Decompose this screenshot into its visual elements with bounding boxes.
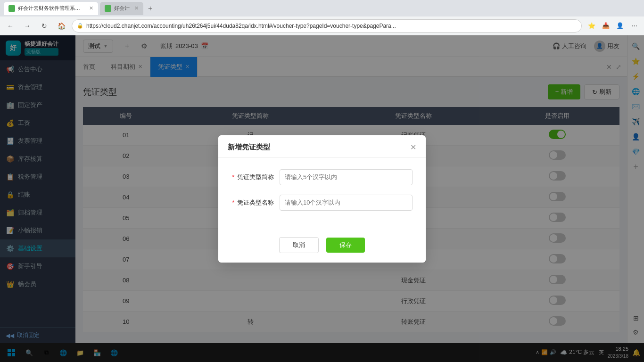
modal-overlay: 新增凭证类型 ✕ * 凭证类型简称 * 凭证类型名称 取消 保存: [0, 35, 644, 362]
tab-close-2[interactable]: ✕: [134, 5, 139, 11]
browser-addressbar: ← → ↻ 🏠 🔒 https://cloud2.chanjet.com/acc…: [0, 16, 644, 35]
browser-tab-2[interactable]: 好会计 ✕: [100, 2, 143, 15]
extensions-btn[interactable]: ⭐: [586, 20, 598, 32]
add-voucher-type-modal: 新增凭证类型 ✕ * 凭证类型简称 * 凭证类型名称 取消 保存: [218, 135, 426, 263]
save-button[interactable]: 保存: [326, 238, 365, 253]
tab-favicon-1: [8, 5, 15, 12]
modal-title: 新增凭证类型: [228, 143, 270, 152]
browser-actions: ⭐ 📥 👤 ⋯: [586, 20, 640, 32]
name-input[interactable]: [280, 195, 413, 211]
nav-back-button[interactable]: ←: [4, 19, 17, 33]
tab-favicon-2: [105, 5, 111, 12]
bookmark-btn[interactable]: 📥: [600, 20, 612, 32]
address-bar[interactable]: 🔒 https://cloud2.chanjet.com/accounting/…: [72, 19, 582, 33]
tab-label-1: 好会计云财务软件管理系统_会计: [18, 5, 84, 12]
address-url-text: https://cloud2.chanjet.com/accounting/uh…: [86, 23, 577, 29]
nav-forward-button[interactable]: →: [21, 19, 34, 33]
new-tab-button[interactable]: +: [145, 4, 155, 13]
form-row-abbr: * 凭证类型简称: [231, 169, 413, 185]
browser-tabs: 好会计云财务软件管理系统_会计 ✕ 好会计 ✕ +: [0, 0, 644, 16]
menu-btn[interactable]: ⋯: [628, 20, 640, 32]
profile-btn[interactable]: 👤: [614, 20, 626, 32]
abbr-label-text: 凭证类型简称: [237, 173, 274, 181]
abbr-required-mark: *: [232, 173, 234, 181]
name-label-text: 凭证类型名称: [237, 199, 274, 206]
name-label: * 凭证类型名称: [231, 198, 274, 207]
modal-body: * 凭证类型简称 * 凭证类型名称: [218, 158, 426, 231]
nav-home-button[interactable]: 🏠: [55, 19, 68, 33]
form-row-name: * 凭证类型名称: [231, 195, 413, 211]
tab-label-2: 好会计: [114, 5, 130, 12]
name-required-mark: *: [232, 199, 234, 206]
modal-header: 新增凭证类型 ✕: [218, 135, 426, 158]
tab-close-1[interactable]: ✕: [89, 5, 93, 11]
modal-footer: 取消 保存: [218, 231, 426, 263]
modal-close-button[interactable]: ✕: [410, 143, 416, 152]
address-lock-icon: 🔒: [77, 23, 83, 29]
abbr-input[interactable]: [280, 169, 413, 185]
nav-refresh-button[interactable]: ↻: [38, 19, 51, 33]
browser-tab-1[interactable]: 好会计云财务软件管理系统_会计 ✕: [4, 2, 98, 15]
browser-chrome: 好会计云财务软件管理系统_会计 ✕ 好会计 ✕ + ← → ↻ 🏠 🔒 http…: [0, 0, 644, 35]
cancel-button[interactable]: 取消: [279, 237, 319, 253]
abbr-label: * 凭证类型简称: [231, 173, 274, 181]
